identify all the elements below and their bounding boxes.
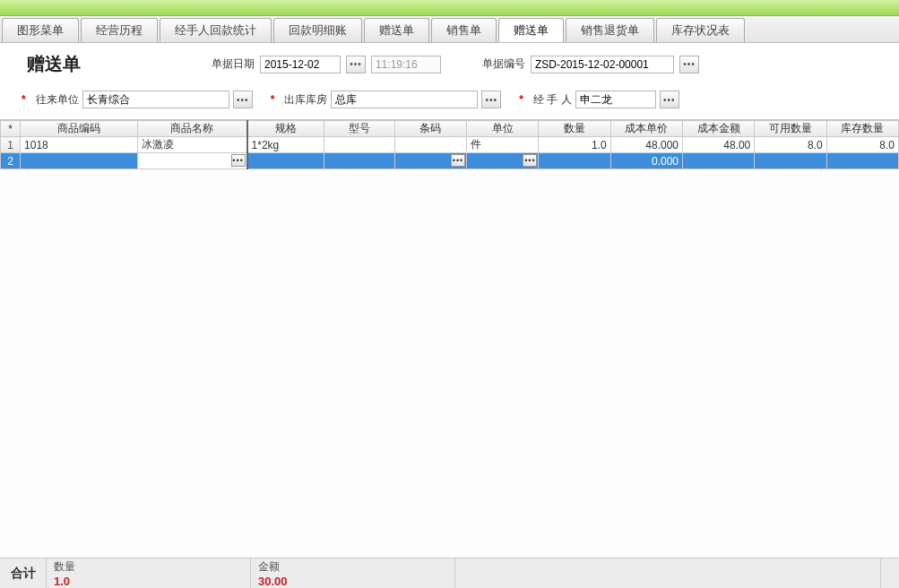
row-index: 2 (1, 153, 21, 169)
tab-handler-receipt-stats[interactable]: 经手人回款统计 (160, 18, 272, 42)
totals-label: 合计 (0, 558, 47, 588)
doc-no-label: 单据编号 (482, 56, 525, 72)
col-cost-amount[interactable]: 成本金额 (682, 121, 754, 137)
table-row[interactable]: 2 ••• ••• ••• 0.000 (1, 153, 899, 169)
cell-code[interactable] (21, 153, 138, 169)
totals-qty-label: 数量 (54, 559, 243, 575)
handler-label: 经 手 人 (533, 92, 572, 108)
page-title: 赠送单 (27, 52, 81, 76)
row-index: 1 (1, 137, 21, 153)
date-label: 单据日期 (212, 56, 255, 72)
totals-qty-cell: 数量 1.0 (47, 558, 251, 588)
required-mark: * (22, 93, 26, 106)
cell-amount[interactable] (682, 153, 754, 169)
totals-qty-value: 1.0 (54, 575, 243, 588)
cell-lookup-button[interactable]: ••• (523, 154, 537, 167)
time-input[interactable] (371, 56, 441, 74)
cell-spec[interactable] (247, 153, 324, 169)
handler-picker-button[interactable]: ••• (660, 91, 679, 108)
cell-name-editing[interactable]: ••• (137, 153, 246, 169)
customer-input[interactable] (82, 91, 229, 108)
cell-stock[interactable]: 8.0 (826, 137, 898, 153)
tab-strip: 图形菜单 经营历程 经手人回款统计 回款明细账 赠送单 销售单 赠送单 销售退货… (0, 16, 899, 43)
warehouse-label: 出库库房 (284, 92, 327, 108)
col-stock-qty[interactable]: 库存数量 (826, 121, 898, 137)
col-index[interactable]: * (1, 121, 21, 137)
totals-amount-cell: 金额 30.00 (251, 558, 455, 588)
table-row[interactable]: 1 1018 冰激凌 1*2kg 件 1.0 48.000 48.00 8.0 … (1, 137, 899, 153)
date-picker-button[interactable]: ••• (346, 56, 366, 74)
col-unit[interactable]: 单位 (467, 121, 539, 137)
cell-barcode[interactable]: ••• (394, 153, 466, 169)
tab-graph-menu[interactable]: 图形菜单 (2, 18, 79, 42)
totals-spacer (455, 558, 881, 588)
form-row-2: * 往来单位 ••• * 出库库房 ••• * 经 手 人 ••• (0, 85, 899, 119)
col-available-qty[interactable]: 可用数量 (755, 121, 826, 137)
totals-amount-label: 金额 (258, 559, 447, 575)
customer-picker-button[interactable]: ••• (233, 91, 253, 108)
tab-sales-order[interactable]: 销售单 (431, 18, 497, 42)
customer-label: 往来单位 (36, 92, 79, 108)
required-mark: * (519, 93, 523, 106)
cell-model[interactable] (324, 153, 394, 169)
totals-amount-value: 30.00 (258, 575, 447, 588)
warehouse-input[interactable] (331, 91, 478, 108)
tab-history[interactable]: 经营历程 (81, 18, 158, 42)
doc-no-picker-button[interactable]: ••• (679, 56, 699, 74)
totals-footer: 合计 数量 1.0 金额 30.00 (0, 558, 899, 588)
cell-lookup-button[interactable]: ••• (231, 154, 246, 167)
tab-gift-order-1[interactable]: 赠送单 (364, 18, 429, 42)
totals-end (881, 558, 899, 588)
cell-amount[interactable]: 48.00 (682, 137, 754, 153)
cell-price[interactable]: 0.000 (610, 153, 682, 169)
warehouse-picker-button[interactable]: ••• (481, 91, 501, 108)
col-barcode[interactable]: 条码 (394, 121, 466, 137)
table-header-row: * 商品编码 商品名称 规格 型号 条码 单位 数量 成本单价 成本金额 可用数… (1, 121, 899, 137)
col-spec[interactable]: 规格 (247, 121, 324, 137)
tab-stock-status[interactable]: 库存状况表 (656, 18, 745, 42)
header-area: 赠送单 单据日期 ••• 单据编号 ••• (0, 43, 899, 85)
cell-barcode[interactable] (394, 137, 466, 153)
cell-name[interactable]: 冰激凌 (137, 137, 246, 153)
cell-unit[interactable]: 件 (467, 137, 539, 153)
col-qty[interactable]: 数量 (539, 121, 610, 137)
col-product-name[interactable]: 商品名称 (137, 121, 246, 137)
tab-receipt-detail[interactable]: 回款明细账 (273, 18, 362, 42)
handler-input[interactable] (575, 91, 656, 108)
cell-avail[interactable] (755, 153, 826, 169)
items-table[interactable]: * 商品编码 商品名称 规格 型号 条码 单位 数量 成本单价 成本金额 可用数… (0, 120, 899, 169)
cell-qty[interactable] (539, 153, 610, 169)
cell-lookup-button[interactable]: ••• (451, 154, 465, 167)
col-model[interactable]: 型号 (324, 121, 394, 137)
cell-spec[interactable]: 1*2kg (247, 137, 324, 153)
tab-gift-order-2[interactable]: 赠送单 (498, 18, 564, 42)
grid-area: * 商品编码 商品名称 规格 型号 条码 单位 数量 成本单价 成本金额 可用数… (0, 119, 899, 558)
tab-sales-return[interactable]: 销售退货单 (566, 18, 654, 42)
col-product-code[interactable]: 商品编码 (21, 121, 138, 137)
cell-price[interactable]: 48.000 (610, 137, 682, 153)
date-input[interactable] (260, 56, 341, 74)
required-mark: * (271, 93, 275, 106)
doc-no-input[interactable] (531, 56, 674, 74)
col-cost-price[interactable]: 成本单价 (610, 121, 682, 137)
cell-avail[interactable]: 8.0 (755, 137, 826, 153)
cell-unit[interactable]: ••• (467, 153, 539, 169)
cell-model[interactable] (324, 137, 394, 153)
cell-code[interactable]: 1018 (21, 137, 138, 153)
window-top-bar (0, 0, 899, 16)
cell-stock[interactable] (826, 153, 898, 169)
cell-qty[interactable]: 1.0 (539, 137, 610, 153)
